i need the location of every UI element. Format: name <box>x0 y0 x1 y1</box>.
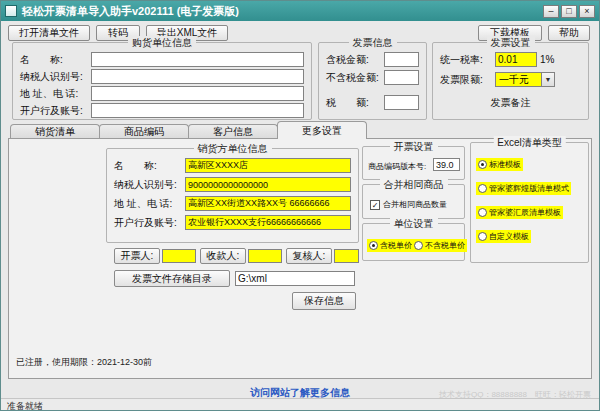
quota-select[interactable]: 一千元 ▼ <box>495 72 555 87</box>
merge-checkbox[interactable]: ✓ <box>370 200 380 210</box>
buyer-address-input[interactable] <box>91 86 304 101</box>
buyer-taxid-input[interactable] <box>91 69 304 84</box>
buyer-info-group: 购货单位信息 名 称: 纳税人识别号: 地 址、电 话: 开户行及账号: <box>12 42 312 120</box>
minimize-button[interactable]: – <box>543 5 559 18</box>
buyer-bank-row: 开户行及账号: <box>20 103 304 118</box>
radio-selected-icon <box>478 160 487 169</box>
payee-input[interactable] <box>248 249 282 263</box>
excel-type-title: Excel清单类型 <box>493 136 565 150</box>
tax-rate-input[interactable] <box>495 52 537 67</box>
buyer-name-row: 名 称: <box>20 52 304 67</box>
issuer-button[interactable]: 开票人: <box>114 248 160 264</box>
buyer-name-label: 名 称: <box>20 53 88 67</box>
radio-icon <box>478 232 487 241</box>
help-button[interactable]: 帮助 <box>548 25 590 41</box>
seller-bank-label: 开户行及账号: <box>114 216 182 230</box>
seller-taxid-row: 纳税人识别号: <box>114 177 351 192</box>
buyer-bank-label: 开户行及账号: <box>20 104 88 118</box>
seller-taxid-input[interactable] <box>185 177 351 192</box>
seller-bank-row: 开户行及账号: <box>114 215 351 230</box>
unit-option-label: 含税单价 <box>380 240 412 251</box>
seller-name-row: 名 称: <box>114 158 351 173</box>
seller-address-row: 地 址、电 话: <box>114 196 351 211</box>
open-list-file-button[interactable]: 打开清单文件 <box>8 25 90 41</box>
unit-settings-title: 单位设置 <box>390 217 438 231</box>
seller-name-input[interactable] <box>185 158 351 173</box>
buyer-taxid-label: 纳税人识别号: <box>20 70 88 84</box>
tax-amount-input[interactable] <box>384 95 419 110</box>
excel-option-standard[interactable]: 标准模板 <box>476 158 523 171</box>
code-version-label: 商品编码版本号: <box>368 161 426 172</box>
amount-tax-row: 含税金额: <box>326 52 419 67</box>
chevron-down-icon: ▼ <box>541 73 554 86</box>
titlebar: 轻松开票清单导入助手v202111 (电子发票版) – □ × <box>1 1 599 21</box>
invoice-settings-title: 发票设置 <box>487 36 535 50</box>
tab-sales-list[interactable]: 销货清单 <box>10 124 100 139</box>
amount-with-tax-label: 含税金额: <box>326 53 381 67</box>
tab-customer-info[interactable]: 客户信息 <box>188 124 278 139</box>
status-bar: 准备就绪 <box>1 398 599 410</box>
radio-icon <box>414 241 423 250</box>
save-button[interactable]: 保存信息 <box>292 292 356 310</box>
excel-option-gjp-huihuang[interactable]: 管家婆辉煌版清单模式 <box>476 182 571 195</box>
invoice-info-title: 发票信息 <box>349 36 397 50</box>
unit-option-tax-excluded[interactable]: 不含税单价 <box>412 239 467 252</box>
amount-notax-row: 不含税金额: <box>326 70 419 85</box>
tax-rate-row: 统一税率: 1% <box>440 52 581 67</box>
invoice-settings-group: 发票设置 统一税率: 1% 发票限额: 一千元 ▼ 发票备注 <box>432 42 589 120</box>
window-title: 轻松开票清单导入助手v202111 (电子发票版) <box>22 4 239 19</box>
seller-info-group: 销货方单位信息 名 称: 纳税人识别号: 地 址、电 话: 开户行及账号: <box>106 148 359 243</box>
app-window: 轻松开票清单导入助手v202111 (电子发票版) – □ × 打开清单文件 转… <box>0 0 600 411</box>
tab-product-code[interactable]: 商品编码 <box>99 124 189 139</box>
amount-without-tax-input[interactable] <box>384 70 419 85</box>
tab-more-settings[interactable]: 更多设置 <box>277 121 367 139</box>
merge-checkbox-row[interactable]: ✓ 合并相同商品数量 <box>370 199 447 210</box>
unit-option-tax-included[interactable]: 含税单价 <box>367 239 414 252</box>
seller-bank-input[interactable] <box>185 215 351 230</box>
tax-rate-label: 统一税率: <box>440 53 492 67</box>
buyer-info-title: 购货单位信息 <box>128 36 196 50</box>
close-button[interactable]: × <box>579 5 595 18</box>
quota-label: 发票限额: <box>440 73 492 87</box>
payee-button[interactable]: 收款人: <box>200 248 246 264</box>
excel-option-label: 标准模板 <box>489 159 521 170</box>
app-icon <box>5 5 17 17</box>
status-text: 准备就绪 <box>7 400 43 411</box>
quota-value: 一千元 <box>499 73 529 87</box>
radio-selected-icon <box>369 241 378 250</box>
buyer-taxid-row: 纳税人识别号: <box>20 69 304 84</box>
buyer-address-label: 地 址、电 话: <box>20 87 88 101</box>
storage-dir-button[interactable]: 发票文件存储目录 <box>114 270 230 287</box>
merge-items-group: 合并相同商品 ✓ 合并相同商品数量 <box>362 184 465 219</box>
reviewer-input[interactable] <box>334 249 359 263</box>
issuer-input[interactable] <box>162 249 196 263</box>
tax-rate-percent: 1% <box>540 54 554 65</box>
unit-option-label: 不含税单价 <box>425 240 465 251</box>
registration-status: 已注册，使用期限：2021-12-30前 <box>16 356 152 369</box>
seller-name-label: 名 称: <box>114 159 182 173</box>
excel-option-label: 管家婆汇辰清单模板 <box>489 207 561 218</box>
excel-option-gjp-huichen[interactable]: 管家婆汇辰清单模板 <box>476 206 563 219</box>
remark-label: 发票备注 <box>433 96 588 110</box>
excel-type-group: Excel清单类型 标准模板 管家婆辉煌版清单模式 管家婆汇辰清单模板 自定义模… <box>470 142 589 263</box>
seller-info-title: 销货方单位信息 <box>194 142 272 156</box>
buyer-name-input[interactable] <box>91 52 304 67</box>
radio-icon <box>478 184 487 193</box>
buyer-bank-input[interactable] <box>91 103 304 118</box>
reviewer-button[interactable]: 复核人: <box>286 248 332 264</box>
storage-path-input[interactable] <box>235 271 355 286</box>
window-controls: – □ × <box>543 5 595 18</box>
amount-without-tax-label: 不含税金额: <box>326 71 381 85</box>
buyer-address-row: 地 址、电 话: <box>20 86 304 101</box>
merge-checkbox-label: 合并相同商品数量 <box>383 199 447 210</box>
radio-icon <box>478 208 487 217</box>
seller-address-input[interactable] <box>185 196 351 211</box>
invoice-info-group: 发票信息 含税金额: 不含税金额: 税 额: <box>318 42 427 120</box>
seller-taxid-label: 纳税人识别号: <box>114 178 182 192</box>
excel-option-custom[interactable]: 自定义模板 <box>476 230 531 243</box>
amount-with-tax-input[interactable] <box>384 52 419 67</box>
code-version-input[interactable] <box>433 158 460 171</box>
maximize-button[interactable]: □ <box>561 5 577 18</box>
excel-option-label: 管家婆辉煌版清单模式 <box>489 183 569 194</box>
unit-settings-group: 单位设置 含税单价 不含税单价 <box>362 223 465 261</box>
